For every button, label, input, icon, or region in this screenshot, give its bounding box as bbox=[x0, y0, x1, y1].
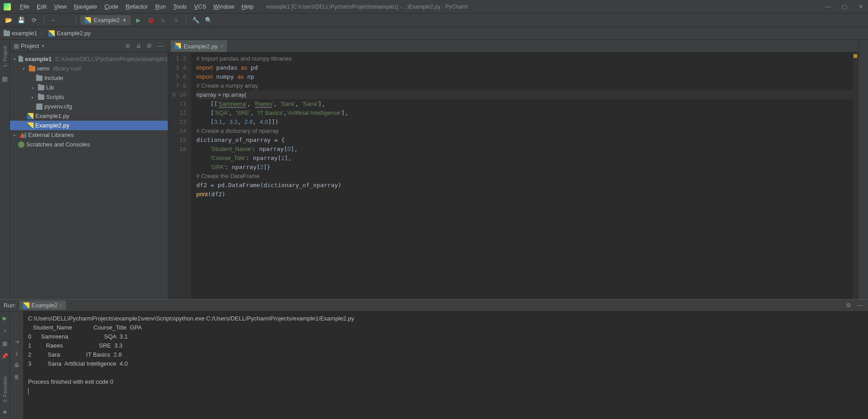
folder-icon bbox=[38, 85, 44, 90]
project-panel: ▦ Project ▼ ⊕ ⇊ ⚙ — example1 C:\Users\DE… bbox=[10, 40, 168, 299]
folder-icon bbox=[29, 66, 35, 71]
breadcrumb-file[interactable]: Example2.py bbox=[48, 30, 90, 37]
rerun-icon[interactable]: ▶ bbox=[1, 314, 9, 322]
clear-icon[interactable]: 🗑 bbox=[13, 373, 21, 381]
hide-icon[interactable]: — bbox=[156, 42, 164, 50]
stop-icon[interactable]: ■ bbox=[171, 15, 181, 25]
breadcrumb-root[interactable]: example1 bbox=[4, 30, 37, 37]
tree-include[interactable]: Include bbox=[10, 73, 168, 83]
tree-external-libs[interactable]: External Libraries bbox=[10, 130, 168, 140]
down-icon[interactable]: ↓ bbox=[13, 326, 21, 334]
close-tab-icon[interactable]: × bbox=[220, 43, 223, 49]
menu-code[interactable]: Code bbox=[101, 3, 122, 10]
menu-refactor[interactable]: Refactor bbox=[122, 3, 152, 10]
pin-icon[interactable]: 📌 bbox=[1, 352, 9, 360]
menu-window[interactable]: Window bbox=[210, 3, 238, 10]
title-bar: FileEditViewNavigateCodeRefactorRunTools… bbox=[0, 0, 868, 14]
bottom-left-strip: 2: Favorites ★ bbox=[0, 374, 10, 419]
chevron-down-icon[interactable] bbox=[23, 66, 27, 71]
menu-run[interactable]: Run bbox=[152, 3, 170, 10]
close-icon[interactable]: ✕ bbox=[857, 3, 864, 10]
line-numbers: 1 2 3 4 5 6 7 8 9 10 11 12 13 14 15 16 bbox=[168, 52, 191, 299]
tree-root[interactable]: example1 C:\Users\DELL\PycharmProjects\e… bbox=[10, 54, 168, 64]
structure-icon[interactable]: ▦ bbox=[2, 75, 8, 82]
maximize-icon[interactable]: ▢ bbox=[841, 3, 848, 10]
folder-icon bbox=[38, 94, 44, 100]
run-tab-example2[interactable]: Example2 × bbox=[19, 301, 66, 310]
python-icon bbox=[23, 302, 29, 309]
stop-icon[interactable]: ■ bbox=[1, 327, 9, 335]
folder-icon bbox=[36, 75, 43, 81]
left-tool-strip: 1: Project ▦ bbox=[0, 40, 10, 299]
debug-icon[interactable]: 🐞 bbox=[146, 15, 156, 25]
right-tool-strip bbox=[858, 40, 868, 299]
run-icon[interactable]: ▶ bbox=[133, 15, 143, 25]
tree-venv[interactable]: venv library root bbox=[10, 64, 168, 73]
favorites-tool-tab[interactable]: 2: Favorites bbox=[1, 374, 9, 405]
tree-scratches[interactable]: Scratches and Consoles bbox=[10, 140, 168, 149]
tree-lib[interactable]: Lib bbox=[10, 83, 168, 92]
scratch-icon bbox=[18, 141, 24, 148]
menu-tools[interactable]: Tools bbox=[170, 3, 190, 10]
editor-tab-example2[interactable]: Example2.py × bbox=[171, 40, 227, 52]
python-file-icon bbox=[27, 113, 33, 119]
error-stripe[interactable] bbox=[853, 52, 858, 299]
open-icon[interactable]: 📂 bbox=[4, 15, 14, 25]
settings-gear-icon[interactable]: ⚙ bbox=[145, 42, 153, 50]
tree-example2-py[interactable]: Example2.py bbox=[10, 121, 168, 130]
main-toolbar: 📂 💾 ⟳ ← → Example2 ▼ ▶ 🐞 ▶ ■ 🔧 🔍 bbox=[0, 14, 868, 27]
menu-vcs[interactable]: VCS bbox=[190, 3, 210, 10]
wrench-icon[interactable]: 🔧 bbox=[191, 15, 201, 25]
window-title: example1 [C:\Users\DELL\PycharmProjects\… bbox=[266, 4, 468, 10]
project-tool-tab[interactable]: 1: Project bbox=[1, 43, 9, 70]
file-icon bbox=[36, 104, 43, 110]
run-config-label: Example2 bbox=[94, 17, 120, 24]
python-file-icon bbox=[27, 122, 33, 129]
run-label: Run: bbox=[4, 302, 16, 309]
tree-pyvenv[interactable]: pyvenv.cfg bbox=[10, 102, 168, 111]
console-output[interactable]: C:\Users\DELL\PycharmProjects\example1\v… bbox=[24, 311, 868, 419]
python-icon bbox=[85, 17, 91, 24]
menu-file[interactable]: File bbox=[16, 3, 33, 10]
coverage-icon[interactable]: ▶ bbox=[159, 15, 169, 25]
folder-icon bbox=[19, 56, 23, 62]
close-tab-icon[interactable]: × bbox=[59, 303, 62, 308]
editor-tabs: Example2.py × bbox=[168, 40, 858, 52]
menu-edit[interactable]: Edit bbox=[33, 3, 50, 10]
scroll-to-end-icon[interactable]: ⤓ bbox=[13, 349, 21, 358]
back-icon[interactable]: ← bbox=[48, 15, 58, 25]
search-icon[interactable]: 🔍 bbox=[204, 15, 213, 25]
print-icon[interactable]: 🖶 bbox=[13, 361, 21, 369]
collapse-all-icon[interactable]: ⇊ bbox=[134, 42, 142, 50]
forward-icon[interactable]: → bbox=[61, 15, 71, 25]
menu-view[interactable]: View bbox=[50, 3, 70, 10]
chevron-down-icon[interactable] bbox=[14, 57, 17, 61]
settings-gear-icon[interactable]: ⚙ bbox=[844, 301, 853, 310]
code-editor[interactable]: # Import pandas and numpy libraries impo… bbox=[191, 52, 853, 299]
chevron-right-icon[interactable] bbox=[32, 85, 36, 90]
refresh-icon[interactable]: ⟳ bbox=[29, 15, 39, 25]
hide-icon[interactable]: — bbox=[856, 301, 864, 310]
navigation-bar: example1 〉 Example2.py bbox=[0, 27, 868, 40]
dropdown-icon: ▼ bbox=[123, 18, 127, 23]
locate-icon[interactable]: ⊕ bbox=[123, 42, 132, 50]
folder-icon bbox=[4, 31, 10, 36]
main-menu: FileEditViewNavigateCodeRefactorRunTools… bbox=[16, 3, 257, 10]
project-view-selector[interactable]: ▦ Project ▼ bbox=[14, 42, 45, 49]
run-actions-console: ↑ ↓ ⇥ ⤓ 🖶 🗑 bbox=[10, 311, 24, 419]
project-tree[interactable]: example1 C:\Users\DELL\PycharmProjects\e… bbox=[10, 52, 168, 299]
chevron-right-icon[interactable] bbox=[32, 95, 36, 99]
menu-help[interactable]: Help bbox=[238, 3, 257, 10]
layout-icon[interactable]: ▦ bbox=[1, 339, 9, 348]
chevron-right-icon[interactable] bbox=[14, 133, 18, 137]
minimize-icon[interactable]: — bbox=[825, 3, 832, 10]
menu-navigate[interactable]: Navigate bbox=[70, 3, 100, 10]
up-icon[interactable]: ↑ bbox=[13, 314, 21, 322]
star-icon[interactable]: ★ bbox=[2, 409, 8, 415]
save-all-icon[interactable]: 💾 bbox=[16, 15, 26, 25]
tree-example1-py[interactable]: Example1.py bbox=[10, 111, 168, 121]
run-config-selector[interactable]: Example2 ▼ bbox=[81, 15, 131, 25]
tree-scripts[interactable]: Scripts bbox=[10, 92, 168, 102]
soft-wrap-icon[interactable]: ⇥ bbox=[13, 338, 21, 346]
editor-area: Example2.py × 1 2 3 4 5 6 7 8 9 10 11 12… bbox=[168, 40, 858, 299]
